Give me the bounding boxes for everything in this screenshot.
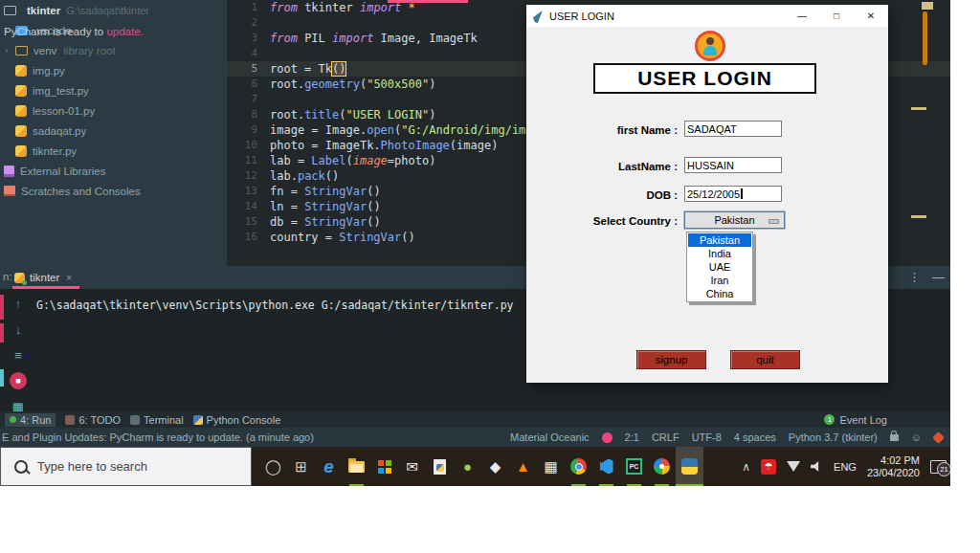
rerun-up-icon[interactable]: ↑ xyxy=(10,295,27,312)
android-studio-icon[interactable]: ● xyxy=(454,447,481,486)
indent-setting[interactable]: 4 spaces xyxy=(734,431,776,443)
sidebar-item-sadaqat-py[interactable]: sadaqat.py xyxy=(0,121,227,141)
sidebar-item-img-test-py[interactable]: img_test.py xyxy=(0,80,227,100)
vlc-icon[interactable]: ▲ xyxy=(509,447,537,486)
signup-button[interactable]: signup xyxy=(636,350,706,369)
pycharm-icon[interactable]: PC xyxy=(620,447,648,486)
task-view-icon: ⊞ xyxy=(295,458,307,476)
line-number: 5 xyxy=(227,61,270,77)
country-option-india[interactable]: India xyxy=(688,247,751,260)
chevron-right-icon[interactable]: › xyxy=(5,45,14,55)
show-hidden-icons-chevron[interactable]: ∧ xyxy=(742,460,750,474)
running-indicator xyxy=(22,280,27,285)
file-encoding[interactable]: UTF-8 xyxy=(692,431,722,443)
run-tab-label: tiknter xyxy=(30,272,59,283)
microsoft-store-icon xyxy=(378,460,391,474)
edge-icon[interactable]: e xyxy=(315,447,343,486)
sidebar-item-img-py[interactable]: img.py xyxy=(0,60,227,80)
code-text: root.title("USER LOGIN") xyxy=(270,107,435,122)
line-number: 12 xyxy=(227,168,270,184)
country-option-iran[interactable]: Iran xyxy=(688,274,751,287)
country-option-pakistan[interactable]: Pakistan xyxy=(688,233,751,247)
line-ending[interactable]: CRLF xyxy=(652,431,679,443)
taskbar-clock[interactable]: 4:02 PM 23/04/2020 xyxy=(867,454,920,479)
project-root-item[interactable]: tkinter G:\sadaqat\tkinter xyxy=(0,0,227,20)
soft-wrap-icon[interactable]: ≡ xyxy=(10,346,27,364)
country-dropdown[interactable]: Pakistan xyxy=(684,211,785,229)
file-explorer-icon xyxy=(348,461,365,473)
vscode-icon[interactable] xyxy=(592,447,620,486)
code-text: lab.pack() xyxy=(270,168,339,184)
toolbar-run-button[interactable]: 4: Run xyxy=(5,413,56,427)
interpreter-name[interactable]: Python 3.7 (tkinter) xyxy=(789,431,878,443)
hide-panel-icon[interactable]: — xyxy=(932,270,945,284)
sidebar-item-lesson-01-py[interactable]: lesson-01.py xyxy=(0,100,227,121)
minimize-button[interactable]: — xyxy=(785,5,819,27)
line-number: 3 xyxy=(227,31,270,46)
quit-button[interactable]: quit xyxy=(730,350,800,369)
microsoft-store-icon[interactable] xyxy=(370,447,398,486)
update-link[interactable]: update. xyxy=(106,26,143,37)
sidebar-item-label: img.py xyxy=(33,65,65,77)
code-text: lab = Label(image=photo) xyxy=(270,153,435,168)
scrollbar-thumb[interactable] xyxy=(923,11,927,65)
country-option-uae[interactable]: UAE xyxy=(688,260,751,274)
theme-color-icon[interactable] xyxy=(602,432,612,443)
sidebar-item-label: sadaqat.py xyxy=(33,125,86,137)
theme-name[interactable]: Material Oceanic xyxy=(510,431,590,443)
unity-icon[interactable]: ◆ xyxy=(481,447,509,486)
scroll-down-icon[interactable]: ↓ xyxy=(10,321,27,338)
close-tab-icon[interactable]: × xyxy=(66,273,72,283)
project-folder-icon xyxy=(4,6,16,15)
mail-icon[interactable]: ✉ xyxy=(398,447,426,486)
toolbar-todo-button[interactable]: 6: TODO xyxy=(65,414,121,426)
hector-inspections-icon[interactable]: ☺ xyxy=(911,431,922,443)
wifi-icon[interactable] xyxy=(787,461,800,472)
user-avatar xyxy=(695,31,725,61)
sidebar-item-scratches-and-consoles[interactable]: Scratches and Consoles xyxy=(0,181,227,201)
file-explorer-icon[interactable] xyxy=(343,447,370,486)
stripe-tick xyxy=(911,215,926,218)
more-menu-icon[interactable]: ⋮ xyxy=(908,270,921,284)
sidebar-item-venv[interactable]: ›venvlibrary root xyxy=(0,40,227,60)
toolbar-python-console-button[interactable]: Python Console xyxy=(193,414,281,426)
sidebar-item-label: img_test.py xyxy=(33,85,89,97)
code-text: ln = StringVar() xyxy=(270,199,381,214)
status-message[interactable]: E and Plugin Updates: PyCharm is ready t… xyxy=(2,431,314,443)
sidebar-item-external-libraries[interactable]: External Libraries xyxy=(0,161,227,181)
toolbar-terminal-button[interactable]: Terminal xyxy=(130,414,184,426)
unity-icon: ◆ xyxy=(490,458,501,476)
python-file-icon xyxy=(434,459,446,475)
paint-icon[interactable] xyxy=(648,447,676,486)
calculator-icon[interactable]: ▦ xyxy=(537,447,565,486)
login-heading: USER LOGIN xyxy=(593,63,816,94)
maximize-button[interactable]: □ xyxy=(819,5,854,27)
volume-icon[interactable] xyxy=(811,461,823,473)
python-file-icon[interactable] xyxy=(426,447,454,486)
dob-field[interactable]: 25/12/2005 xyxy=(684,186,782,202)
task-view-icon[interactable]: ⊞ xyxy=(287,447,315,486)
edge-icon: e xyxy=(323,456,334,477)
taskbar-search-box[interactable]: Type here to search xyxy=(0,447,252,486)
chrome-icon[interactable] xyxy=(565,447,592,486)
close-button[interactable]: ✕ xyxy=(854,5,888,27)
scratches-icon xyxy=(4,186,15,196)
caret-position[interactable]: 2:1 xyxy=(625,431,639,443)
last-name-field[interactable]: HUSSAIN xyxy=(684,157,782,173)
event-log-button[interactable]: 1 Event Log xyxy=(824,414,887,426)
cortana-icon[interactable]: ◯ xyxy=(259,447,287,486)
run-tab[interactable]: tiknter × xyxy=(14,268,72,287)
first-name-field[interactable]: SADAQAT xyxy=(684,121,782,137)
python-file-icon xyxy=(15,85,27,97)
python-console-icon xyxy=(193,415,203,425)
language-indicator[interactable]: ENG xyxy=(834,461,857,473)
lock-icon[interactable] xyxy=(890,434,899,441)
notification-center-icon[interactable]: 21 xyxy=(930,460,947,474)
python-app-icon[interactable] xyxy=(676,447,703,486)
material-theme-icon[interactable] xyxy=(932,431,945,444)
line-number: 9 xyxy=(227,122,270,138)
stop-icon[interactable]: ■ xyxy=(10,372,27,389)
avira-icon[interactable]: ☂ xyxy=(761,459,776,475)
country-option-china[interactable]: China xyxy=(688,287,751,300)
sidebar-item-tiknter-py[interactable]: tiknter.py xyxy=(0,141,227,161)
